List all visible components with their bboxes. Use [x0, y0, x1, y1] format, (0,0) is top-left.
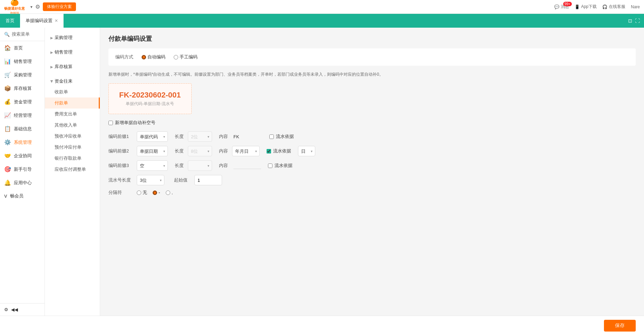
- flow-number-label: 流水号长度: [108, 177, 133, 183]
- preview-box: FK-20230602-001 单据代码-单据日期-流水号: [108, 83, 192, 114]
- finance-icon: 💰: [4, 99, 11, 105]
- app-logo: 🍊 畅捷通好生意 旗舰版: [4, 0, 25, 16]
- prefix1-flow-label: 流水依据: [276, 133, 294, 140]
- minimize-icon[interactable]: ⊡: [628, 18, 632, 24]
- prefix1-row: 编码前缀1 单据代码 单据日期 空 部门 业务员 ▾ 长度 2位 ▾ 内容 FK: [108, 131, 636, 142]
- member-icon: V: [4, 194, 7, 199]
- prefix3-label: 编码前缀3: [108, 162, 133, 169]
- manual-encoding-radio[interactable]: 手工编码: [174, 54, 198, 60]
- operations-icon: 📈: [4, 112, 11, 119]
- top-bar: 🍊 畅捷通好生意 旗舰版 ▾ ⚙ 体验行业方案 💬 消息 99+ 📱 App下载…: [0, 0, 644, 14]
- prefix3-flow-checkbox-group: 流水依据: [268, 162, 292, 169]
- prefix2-length-select-wrapper: 8位 ▾: [188, 146, 212, 156]
- auto-fill-checkbox[interactable]: [108, 121, 113, 125]
- prefix3-length-select[interactable]: [188, 160, 212, 171]
- separator-label: 分隔符: [108, 189, 133, 196]
- prefix2-flow-unit-wrapper: 日 月 年 ▾: [298, 146, 315, 156]
- secondary-nav: ▶ 采购管理 ▶ 销售管理 ▶ 库存核算 ▶ 资金往来 收款单 付款单 费用支出…: [45, 28, 100, 316]
- content-area: 付款单编码设置 编码方式 自动编码 手工编码 新增单据时，*单据编码*自动生成，…: [100, 28, 644, 316]
- nav-item-operations[interactable]: 📈 经营管理: [0, 109, 45, 122]
- nav-item-purchase[interactable]: 🛒 采购管理: [0, 68, 45, 82]
- prefix2-flow-unit-select[interactable]: 日 月 年: [298, 146, 315, 156]
- nav-item-member[interactable]: V 畅会员: [0, 189, 45, 203]
- auto-encoding-radio[interactable]: 自动编码: [142, 54, 165, 60]
- sep-dot-radio[interactable]: .: [166, 190, 173, 195]
- prefix2-select[interactable]: 单据代码 单据日期 空 部门 业务员: [137, 146, 168, 156]
- sec-nav-group-purchase: ▶ 采购管理: [45, 30, 100, 45]
- sec-nav-header-purchase[interactable]: ▶ 采购管理: [45, 32, 100, 43]
- prefix2-content-select[interactable]: 年月日 年月 年: [232, 146, 260, 156]
- prefix1-select-wrapper: 单据代码 单据日期 空 部门 业务员 ▾: [137, 131, 168, 142]
- save-button[interactable]: 保存: [604, 320, 636, 332]
- home-icon: 🏠: [4, 45, 11, 51]
- prefix2-flow-checkbox[interactable]: [267, 149, 271, 153]
- flow-number-select[interactable]: 3位 4位 5位 6位: [137, 175, 164, 185]
- sec-nav-header-sales[interactable]: ▶ 销售管理: [45, 47, 100, 57]
- encoding-method-section: 编码方式 自动编码 手工编码: [108, 48, 636, 66]
- prefix3-select[interactable]: 空 单据代码 单据日期 部门 业务员: [137, 160, 168, 171]
- sec-nav-header-inventory[interactable]: ▶ 库存核算: [45, 62, 100, 72]
- search-menu[interactable]: 🔍 搜索菜单: [0, 28, 45, 41]
- tab-home[interactable]: 首页: [0, 14, 20, 28]
- sec-nav-item-other-income[interactable]: 其他收入单: [45, 120, 100, 131]
- sep-dash-radio[interactable]: -: [153, 190, 160, 195]
- start-value-input[interactable]: [194, 175, 222, 185]
- prefix2-select-wrapper: 单据代码 单据日期 空 部门 业务员 ▾: [137, 146, 168, 156]
- flow-number-row: 流水号长度 3位 4位 5位 6位 ▾ 起始值: [108, 175, 636, 185]
- bottom-bar: 保存: [0, 316, 644, 335]
- basic-info-icon: 📋: [4, 125, 11, 132]
- prefix2-length-select[interactable]: 8位: [188, 146, 212, 156]
- start-value-label: 起始值: [174, 177, 188, 183]
- user-avatar[interactable]: Nare: [631, 4, 640, 9]
- maximize-icon[interactable]: ⛶: [635, 18, 640, 24]
- nav-collapse-icon[interactable]: ◀◀: [11, 307, 18, 312]
- nav-item-enterprise[interactable]: 🤝 企业协同: [0, 149, 45, 162]
- app-download-button[interactable]: 📱 App下载: [575, 4, 597, 10]
- preview-code: FK-20230602-001: [119, 91, 181, 100]
- nav-item-inventory[interactable]: 📦 库存核算: [0, 82, 45, 95]
- prefix2-content-label: 内容: [219, 148, 228, 154]
- tab-close-icon[interactable]: ✕: [55, 18, 58, 23]
- sec-nav-item-payment[interactable]: 付款单: [45, 97, 100, 109]
- sec-nav-item-expense[interactable]: 费用支出单: [45, 109, 100, 120]
- search-icon: 🔍: [4, 32, 10, 37]
- nav-dropdown[interactable]: ▾: [30, 4, 32, 9]
- nav-item-finance[interactable]: 💰 资金管理: [0, 95, 45, 109]
- nav-item-sales[interactable]: 📊 销售管理: [0, 55, 45, 68]
- sec-nav-item-pre-receivable[interactable]: 预收冲应收单: [45, 131, 100, 142]
- nav-item-system[interactable]: ⚙️ 系统管理: [0, 136, 45, 149]
- nav-settings-icon[interactable]: ⚙: [4, 307, 8, 312]
- guide-icon: 🎯: [4, 166, 11, 173]
- separator-row: 分隔符 无 - .: [108, 189, 636, 196]
- prefix2-flow-label: 流水依据: [273, 148, 291, 154]
- prefix3-length-select-wrapper: ▾: [188, 160, 212, 171]
- prefix1-flow-checkbox[interactable]: [269, 134, 274, 139]
- trial-button[interactable]: 体验行业方案: [43, 2, 76, 11]
- sec-nav-header-capital[interactable]: ▶ 资金往来: [45, 76, 100, 86]
- auto-fill-label: 新增单据自动补空号: [115, 120, 155, 126]
- tab-encoding-settings[interactable]: 单据编码设置 ✕: [20, 14, 64, 28]
- encoding-method-row: 编码方式 自动编码 手工编码: [115, 54, 629, 60]
- auto-fill-row: 新增单据自动补空号: [108, 120, 636, 126]
- nav-item-app-center[interactable]: 🔔 应用中心: [0, 176, 45, 189]
- sec-nav-group-sales: ▶ 销售管理: [45, 45, 100, 59]
- sec-nav-item-ap-ar-adjust[interactable]: 应收应付调整单: [45, 164, 100, 175]
- prefix1-length-select[interactable]: 2位: [188, 131, 212, 142]
- prefix3-flow-checkbox[interactable]: [268, 164, 272, 168]
- sec-nav-item-pre-payable[interactable]: 预付冲应付单: [45, 142, 100, 153]
- left-nav: 🔍 搜索菜单 🏠 首页 📊 销售管理 🛒 采购管理 📦 库存核算 💰 资金管理 …: [0, 28, 45, 316]
- prefix1-content-value: FK: [233, 134, 247, 139]
- sec-nav-item-receipt[interactable]: 收款单: [45, 86, 100, 97]
- online-service-button[interactable]: 🎧 在线客服: [602, 4, 625, 10]
- nav-item-home[interactable]: 🏠 首页: [0, 41, 45, 55]
- sec-nav-group-capital: ▶ 资金往来 收款单 付款单 费用支出单 其他收入单 预收冲应收单 预付冲应付单…: [45, 74, 100, 177]
- message-button[interactable]: 💬 消息 99+: [554, 4, 569, 10]
- prefix1-select[interactable]: 单据代码 单据日期 空 部门 业务员: [137, 131, 168, 142]
- page-title: 付款单编码设置: [108, 35, 636, 43]
- nav-item-guide[interactable]: 🎯 新手引导: [0, 162, 45, 176]
- nav-item-basic-info[interactable]: 📋 基础信息: [0, 122, 45, 136]
- prefix2-flow-checkbox-group: 流水依据: [267, 148, 291, 154]
- sep-none-radio[interactable]: 无: [137, 189, 147, 196]
- settings-icon[interactable]: ⚙: [35, 3, 40, 10]
- sec-nav-item-bank[interactable]: 银行存取款单: [45, 153, 100, 164]
